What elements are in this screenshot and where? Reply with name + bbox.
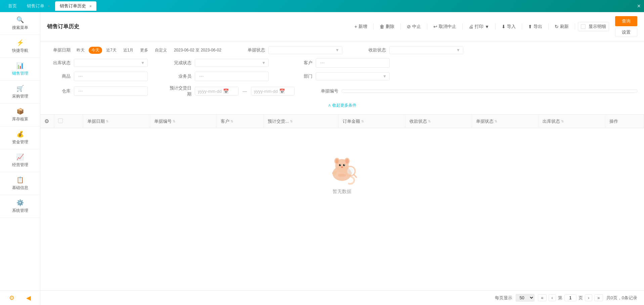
refresh-label: 刷新 [560,24,569,30]
finance-icon: 💰 [16,130,24,138]
collapse-label: ∧ 收起更多条件 [328,103,356,108]
first-page-button[interactable]: « [538,294,546,301]
next-page-button[interactable]: › [585,294,592,301]
sort-customer-icon: ⇅ [230,119,233,123]
warehouse-input[interactable]: ··· [74,86,148,96]
tab-sales-order-history-close[interactable]: × [89,4,91,8]
delete-button[interactable]: 🗑 删除 [376,22,398,31]
stop-icon: ⊘ [407,24,411,29]
sidebar-item-inventory[interactable]: 📦 库存核算 [0,104,40,126]
collapse-sidebar-icon[interactable]: ◀ [26,294,31,302]
prev-page-button[interactable]: ‹ [549,294,556,301]
refresh-button[interactable]: ↻ 刷新 [551,22,572,31]
page-nav: « ‹ 第 页 › » [538,294,603,301]
salesperson-dots-icon[interactable]: ··· [198,73,205,79]
date-7days[interactable]: 近7天 [103,47,119,54]
delete-label: 删除 [386,24,394,30]
display-columns-button[interactable]: 显示明细 [578,22,609,31]
cancel-stop-button[interactable]: ↩ 取消中止 [430,22,460,31]
tab-sales-order-history[interactable]: 销售订单历史 × [55,1,96,11]
sidebar-bottom: ⚙ ◀ [0,291,40,305]
voucher-no-input[interactable] [342,89,637,93]
date-yesterday[interactable]: 昨天 [74,47,87,54]
export-button[interactable]: ⬆ 导出 [525,22,546,31]
date-range-text: 2023-06-02 至 2023-06-02 [174,47,221,53]
sidebar-item-search[interactable]: 🔍 搜索菜单 [0,12,40,35]
stop-button[interactable]: ⊘ 中止 [403,22,424,31]
sort-date[interactable]: 单据日期 ⇅ [87,118,145,124]
sort-amount[interactable]: 订单金额 ⇅ [343,118,401,124]
complete-status-arrow-icon: ▼ [262,61,266,65]
col-receipt-status-label: 收款状态 [410,118,427,124]
delivery-date-end-calendar-icon[interactable]: 📅 [279,88,285,94]
current-page-input[interactable] [564,294,576,301]
sidebar-item-finance[interactable]: 💰 资金管理 [0,126,40,149]
print-button[interactable]: 🖨 打印 ▼ [465,22,492,31]
set-button[interactable]: 设置 [615,28,637,37]
import-button[interactable]: ⬇ 导入 [498,22,519,31]
divider-7 [548,24,549,30]
tab-sales-order[interactable]: 销售订单 × [22,1,54,11]
customer-input[interactable]: ··· [316,58,390,68]
product-dots-icon[interactable]: ··· [77,73,84,79]
dept-select[interactable]: ▼ [316,72,390,80]
sort-ship-status-icon: ⇅ [561,119,564,123]
sort-delivery-icon: ⇅ [290,119,293,123]
tab-sales-order-close[interactable]: × [48,4,50,8]
complete-status-label: 完成状态 [168,60,195,66]
last-page-button[interactable]: » [594,294,603,301]
warehouse-dots-icon[interactable]: ··· [77,88,84,94]
ship-status-select[interactable]: ▼ [74,59,148,67]
sidebar-item-quicknav[interactable]: ⚡ 快捷导航 [0,35,40,58]
sidebar-item-basic-info[interactable]: 📋 基础信息 [0,172,40,195]
delivery-date-end-input[interactable]: yyyy-mm-dd 📅 [251,87,295,96]
sort-receipt-status[interactable]: 收款状态 ⇅ [410,118,468,124]
sort-ship-status[interactable]: 出库状态 ⇅ [543,118,601,124]
col-action-label: 操作 [609,119,618,124]
per-page-select[interactable]: 50 10 20 100 [516,294,534,302]
new-button[interactable]: + 新增 [351,22,371,31]
table-header-voucher-no: 单据编号 ⇅ [150,115,216,128]
import-label: 导入 [507,24,516,30]
customer-dots-icon[interactable]: ··· [319,60,326,66]
delivery-date-start-input[interactable]: yyyy-mm-dd 📅 [195,87,239,96]
new-icon: + [354,24,357,29]
inventory-icon: 📦 [16,108,24,115]
window-close-icon[interactable]: × [637,3,641,10]
date-more[interactable]: 更多 [137,47,151,54]
settings-bottom-icon[interactable]: ⚙ [9,294,14,302]
sidebar-item-operations[interactable]: 📈 经营管理 [0,149,40,172]
date-today[interactable]: 今天 [89,47,102,54]
product-label: 商品 [47,73,74,79]
table-header-ship-status: 出库状态 ⇅ [539,115,605,128]
date-custom[interactable]: 自定义 [152,47,170,54]
sort-voucher-no[interactable]: 单据编号 ⇅ [154,118,212,124]
sidebar-item-basic-info-label: 基础信息 [12,185,28,191]
sidebar-item-purchase[interactable]: 🛒 采购管理 [0,81,40,104]
voucher-status-select[interactable]: ▼ [268,46,342,54]
tab-home[interactable]: 首页 [3,1,22,11]
date-1month[interactable]: 近1月 [121,47,136,54]
display-checkbox[interactable] [581,24,586,29]
select-all-checkbox[interactable] [58,118,63,123]
table-area: ⚙ 单据日期 ⇅ 单据编号 [40,115,644,290]
sort-customer[interactable]: 客户 ⇅ [221,118,259,124]
sort-date-icon: ⇅ [106,119,109,123]
query-button[interactable]: 查询 [615,16,637,26]
main-layout: 🔍 搜索菜单 ⚡ 快捷导航 📊 销售管理 🛒 采购管理 📦 库存核算 💰 资金管… [0,12,644,305]
salesperson-input[interactable]: ··· [195,72,269,81]
sort-delivery[interactable]: 预计交货... ⇅ [268,118,334,124]
sort-voucher-status[interactable]: 单据状态 ⇅ [476,118,534,124]
complete-status-select[interactable]: ▼ [195,59,269,67]
table-settings-icon[interactable]: ⚙ [44,118,49,124]
delivery-date-start-calendar-icon[interactable]: 📅 [223,88,229,94]
sidebar-item-quicknav-label: 快捷导航 [12,48,28,53]
ship-status-arrow-icon: ▼ [141,61,145,65]
collapse-bar[interactable]: ∧ 收起更多条件 [47,101,637,110]
product-input[interactable]: ··· [74,72,148,81]
sales-icon: 📊 [16,62,24,69]
sidebar-item-system[interactable]: ⚙️ 系统管理 [0,195,40,218]
sidebar-item-sales[interactable]: 📊 销售管理 [0,58,40,81]
receipt-status-select[interactable]: ▼ [389,46,463,54]
warehouse-label: 仓库 [47,88,74,94]
